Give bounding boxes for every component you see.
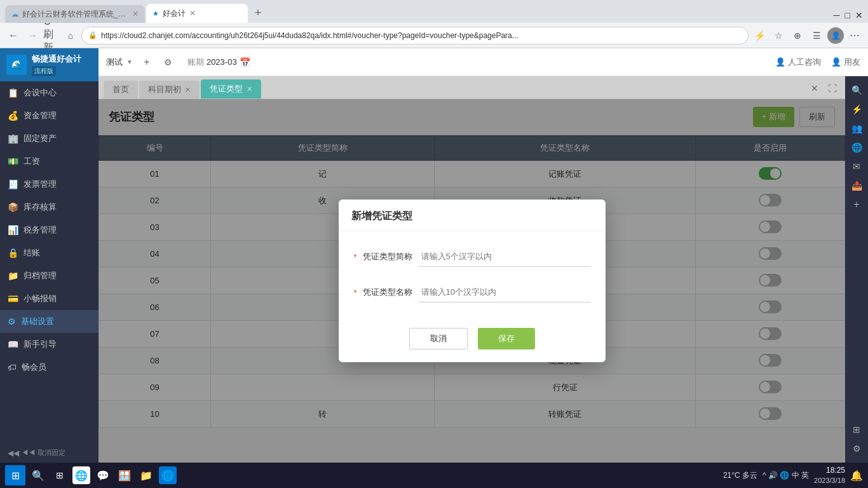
- back-btn[interactable]: ←: [5, 27, 22, 44]
- tab-close-2[interactable]: ✕: [189, 9, 196, 18]
- refresh-btn[interactable]: ↺ 刷新: [43, 27, 60, 44]
- consult-btn[interactable]: 👤 人工咨询: [775, 57, 821, 68]
- sidebar-item-tax[interactable]: 📊 税务管理: [0, 219, 98, 241]
- sidebar-item-label: 库存核算: [24, 201, 57, 213]
- taskbar-edge-btn[interactable]: 🌐: [159, 466, 177, 484]
- right-btn-users[interactable]: 👥: [848, 119, 865, 137]
- taskbar-search-btn[interactable]: 🔍: [29, 466, 47, 484]
- inventory-icon: 📦: [8, 202, 18, 212]
- taskbar-files-btn[interactable]: 📁: [137, 466, 155, 484]
- guide-icon: 📖: [8, 339, 18, 349]
- taskbar: ⊞ 🔍 ⊞ 🌐 💬 🪟 📁 🌐 21°C 多云 ^ 🔊 🌐 中 英 18:25 …: [0, 463, 868, 488]
- form-input-abbr[interactable]: [419, 247, 590, 267]
- tab-close-1[interactable]: ✕: [132, 10, 139, 18]
- tab-subject[interactable]: 科目期初 ✕: [139, 81, 200, 98]
- period-label: 账期: [187, 57, 204, 68]
- sidebar-item-fixed-assets[interactable]: 🏢 固定资产: [0, 127, 98, 150]
- taskbar-notification-btn[interactable]: 🔔: [850, 470, 863, 482]
- browser-tab-inactive[interactable]: ☁ 好会计云财务软件管理系统_会计 ✕: [5, 5, 145, 23]
- taskbar-sys-tray[interactable]: ^ 🔊 🌐 中 英: [763, 470, 809, 481]
- tab-voucher-close[interactable]: ✕: [247, 85, 252, 93]
- right-btn-search[interactable]: 🔍: [848, 81, 865, 99]
- collections-btn[interactable]: ☰: [808, 27, 825, 44]
- sidebar-item-dashboard[interactable]: 📋 会设中心: [0, 81, 98, 104]
- sidebar-item-label: 会设中心: [24, 87, 57, 98]
- tab-voucher-type[interactable]: 凭证类型 ✕: [201, 79, 261, 98]
- taskbar-view-btn[interactable]: ⊞: [51, 466, 69, 484]
- sidebar-item-member[interactable]: 🏷 畅会员: [0, 356, 98, 379]
- taskbar-date: 2023/3/18: [814, 476, 845, 485]
- sidebar-item-invoice[interactable]: 🧾 发票管理: [0, 173, 98, 196]
- right-btn-mail[interactable]: ✉: [848, 158, 865, 175]
- add-workspace-btn[interactable]: +: [139, 55, 154, 70]
- form-row-name: * 凭证类型名称: [354, 282, 590, 302]
- sidebar-item-payroll[interactable]: 💵 工资: [0, 150, 98, 173]
- url-bar[interactable]: 🔒 https://cloud2.chanjet.com/accounting/…: [81, 27, 749, 44]
- profile-btn[interactable]: 👤: [827, 27, 844, 44]
- right-btn-lightning[interactable]: ⚡: [848, 100, 865, 118]
- windows-icon: ⊞: [11, 470, 20, 482]
- split-btn[interactable]: ⊕: [789, 27, 806, 44]
- cancel-fixed-btn[interactable]: ◀◀ ◀◀ 取消固定: [0, 443, 98, 463]
- taskbar-browser-btn[interactable]: 🌐: [72, 466, 90, 484]
- taskbar-time-date: 18:25 2023/3/18: [814, 465, 845, 485]
- user-icon: 👤: [831, 57, 841, 67]
- cancel-button[interactable]: 取消: [409, 328, 468, 349]
- modal-body: * 凭证类型简称 * 凭证类型名称: [339, 231, 606, 318]
- right-btn-globe[interactable]: 🌐: [848, 139, 865, 156]
- right-btn-gear[interactable]: ⚙: [848, 440, 865, 458]
- start-btn[interactable]: ⊞: [5, 465, 25, 485]
- sidebar-item-settings[interactable]: ⚙ 基础设置: [0, 310, 98, 333]
- taskbar-chat-btn[interactable]: 💬: [94, 466, 112, 484]
- sidebar-item-expense[interactable]: 💳 小畅报销: [0, 287, 98, 310]
- tab-expand-btn[interactable]: ⛶: [825, 81, 840, 96]
- sidebar-item-label: 新手引导: [24, 339, 57, 350]
- window-controls: ─ □ ✕: [834, 10, 863, 23]
- close-btn[interactable]: ✕: [855, 10, 863, 20]
- extensions-btn[interactable]: ⚡: [751, 27, 768, 44]
- right-btn-add[interactable]: +: [848, 196, 865, 214]
- more-btn[interactable]: ⋯: [846, 27, 863, 44]
- sidebar-item-label: 结账: [24, 247, 40, 259]
- browser-tab-active[interactable]: ★ 好会计 ✕: [146, 4, 248, 23]
- taskbar-time: 18:25: [814, 465, 845, 476]
- maximize-btn[interactable]: □: [845, 10, 850, 20]
- new-tab-btn[interactable]: +: [249, 4, 267, 22]
- browser-chrome: ☁ 好会计云财务软件管理系统_会计 ✕ ★ 好会计 ✕ + ─ □ ✕: [0, 0, 868, 23]
- sidebar: 🌊 畅捷通好会计 流程版 📋 会设中心 💰 资金管理 🏢 固定资产 💵 工资 🧾…: [0, 48, 98, 463]
- tab-close-all-btn[interactable]: ✕: [807, 81, 822, 96]
- forward-btn[interactable]: →: [24, 27, 41, 44]
- sidebar-item-label: 归档管理: [24, 270, 57, 281]
- user-btn[interactable]: 👤 用友: [831, 57, 860, 68]
- save-button[interactable]: 保存: [478, 328, 535, 349]
- calendar-icon[interactable]: 📅: [240, 57, 250, 67]
- period-info: 账期 2023-03 📅: [187, 57, 250, 68]
- sidebar-item-finance[interactable]: 💰 资金管理: [0, 104, 98, 127]
- form-row-abbr: * 凭证类型简称: [354, 247, 590, 267]
- tab-subject-close[interactable]: ✕: [185, 86, 191, 94]
- cancel-fixed-label: ◀◀ 取消固定: [22, 448, 65, 458]
- sidebar-item-inventory[interactable]: 📦 库存核算: [0, 196, 98, 219]
- finance-icon: 💰: [8, 111, 18, 121]
- modal-header: 新增凭证类型: [339, 200, 606, 231]
- tab-voucher-label: 凭证类型: [210, 83, 243, 95]
- home-btn[interactable]: ⌂: [62, 27, 79, 44]
- form-input-name[interactable]: [419, 282, 590, 302]
- workspace-selector[interactable]: 测试 ▼: [106, 57, 133, 68]
- right-btn-share[interactable]: 📤: [848, 177, 865, 194]
- sidebar-item-checkout[interactable]: 🔒 结账: [0, 241, 98, 264]
- fixed-assets-icon: 🏢: [8, 133, 18, 144]
- form-required-name: *: [354, 288, 357, 297]
- sidebar-item-archive[interactable]: 📁 归档管理: [0, 264, 98, 287]
- settings-gear-btn[interactable]: ⚙: [161, 55, 176, 70]
- taskbar-apps-btn[interactable]: 🪟: [116, 466, 133, 484]
- address-bar: ← → ↺ 刷新 ⌂ 🔒 https://cloud2.chanjet.com/…: [0, 23, 868, 48]
- tab-home[interactable]: 首页: [104, 81, 138, 98]
- sidebar-item-guide[interactable]: 📖 新手引导: [0, 333, 98, 356]
- modal: 新增凭证类型 * 凭证类型简称 * 凭证类型名称: [339, 200, 606, 362]
- minimize-btn[interactable]: ─: [834, 10, 840, 20]
- right-btn-grid[interactable]: ⊞: [848, 421, 865, 438]
- archive-icon: 📁: [8, 271, 18, 281]
- sidebar-item-label: 基础设置: [21, 316, 54, 327]
- favorites-btn[interactable]: ☆: [770, 27, 787, 44]
